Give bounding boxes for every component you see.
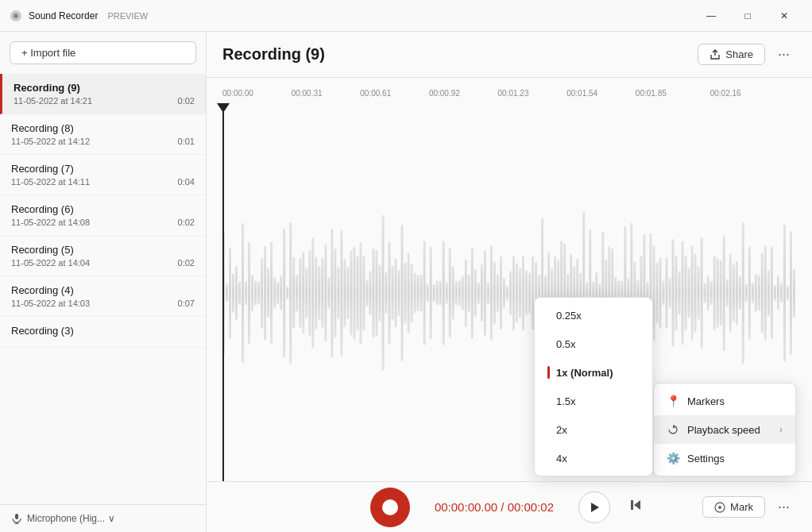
recording-item-0[interactable]: Recording (9) 11-05-2022 at 14:21 0:02: [0, 74, 206, 114]
svg-rect-16: [257, 282, 260, 305]
playback-speed-label: Playback speed: [687, 424, 771, 436]
svg-rect-175: [764, 245, 767, 340]
speed-2x[interactable]: 2x: [535, 415, 652, 444]
svg-rect-79: [458, 280, 461, 306]
recording-item-1[interactable]: Recording (8) 11-05-2022 at 14:12 0:01: [0, 114, 206, 155]
recording-duration-2: 0:04: [178, 177, 195, 187]
speed-1x[interactable]: 1x (Normal): [535, 358, 652, 387]
svg-rect-98: [519, 268, 521, 318]
svg-rect-150: [685, 256, 687, 330]
svg-rect-23: [280, 276, 282, 310]
speed-0.5x[interactable]: 0.5x: [535, 330, 652, 358]
svg-rect-46: [353, 247, 355, 340]
svg-point-1: [14, 13, 18, 18]
recording-item-6[interactable]: Recording (3): [0, 317, 206, 348]
svg-rect-72: [436, 280, 439, 305]
svg-rect-2: [15, 514, 18, 519]
recording-meta-5: 11-05-2022 at 14:03 0:07: [11, 299, 195, 308]
context-playback-speed[interactable]: Playback speed ›: [654, 415, 795, 444]
svg-rect-73: [439, 281, 442, 306]
svg-rect-6: [226, 284, 228, 302]
recording-name-2: Recording (7): [11, 163, 195, 175]
share-label: Share: [725, 48, 753, 60]
speed-0.25x[interactable]: 0.25x: [535, 301, 652, 330]
svg-rect-53: [376, 250, 378, 336]
svg-rect-57: [389, 241, 391, 345]
svg-rect-41: [337, 267, 339, 319]
play-button[interactable]: [578, 492, 610, 523]
context-markers[interactable]: 📍 Markers: [654, 387, 795, 415]
recording-name-4: Recording (5): [11, 244, 195, 256]
import-file-button[interactable]: + Import file: [10, 41, 196, 64]
mark-button[interactable]: Mark: [702, 496, 765, 518]
speed-1.5x[interactable]: 1.5x: [535, 387, 652, 415]
svg-rect-11: [242, 223, 244, 364]
content-more-button[interactable]: ···: [771, 43, 796, 66]
share-icon: [710, 49, 721, 60]
context-settings[interactable]: ⚙️ Settings: [654, 444, 795, 472]
share-button[interactable]: Share: [698, 44, 765, 65]
svg-rect-155: [701, 237, 703, 349]
svg-rect-173: [758, 276, 760, 310]
svg-rect-177: [771, 247, 773, 340]
maximize-button[interactable]: □: [729, 3, 766, 29]
title-bar-left: Sound Recorder PREVIEW: [10, 10, 693, 22]
svg-rect-91: [497, 274, 499, 312]
mark-label: Mark: [730, 501, 753, 513]
record-button[interactable]: [370, 488, 410, 527]
recording-meta-0: 11-05-2022 at 14:21 0:02: [14, 96, 195, 106]
svg-rect-68: [423, 241, 426, 345]
recording-item-3[interactable]: Recording (6) 11-05-2022 at 14:08 0:02: [0, 195, 206, 236]
svg-rect-15: [254, 281, 257, 305]
app-name: Sound Recorder: [29, 10, 98, 21]
svg-rect-67: [420, 275, 423, 311]
svg-rect-70: [430, 247, 432, 339]
svg-rect-35: [318, 266, 320, 320]
recording-title: Recording (9): [222, 45, 698, 64]
speed-label-0.25x: 0.25x: [556, 310, 582, 322]
svg-rect-18: [264, 246, 266, 340]
speed-submenu: 0.25x 0.5x 1x (Normal) 1.5x 2x 4x: [534, 297, 653, 476]
speed-4x[interactable]: 4x: [535, 444, 652, 472]
svg-rect-13: [248, 242, 250, 344]
recording-name-1: Recording (8): [11, 122, 195, 134]
svg-rect-157: [707, 276, 710, 310]
svg-rect-184: [793, 268, 795, 317]
svg-rect-85: [478, 282, 480, 303]
minimize-button[interactable]: —: [693, 3, 729, 29]
recording-item-4[interactable]: Recording (5) 11-05-2022 at 14:04 0:02: [0, 236, 206, 276]
svg-rect-161: [720, 260, 722, 326]
svg-rect-165: [733, 264, 735, 321]
svg-rect-17: [261, 258, 263, 328]
svg-rect-33: [311, 238, 314, 349]
speed-indicator-2x: [547, 423, 550, 436]
svg-rect-47: [356, 256, 358, 330]
svg-rect-48: [359, 242, 362, 343]
svg-rect-44: [346, 267, 349, 318]
svg-rect-78: [455, 281, 458, 305]
recording-name-3: Recording (6): [11, 203, 195, 215]
svg-rect-82: [468, 274, 470, 311]
app-preview-badge: PREVIEW: [107, 11, 148, 21]
bottom-more-button[interactable]: ···: [771, 495, 796, 519]
timeline-label-7: 00:02.16: [710, 89, 741, 98]
svg-rect-12: [245, 281, 247, 305]
microphone-selector[interactable]: Microphone (Hig... ∨: [27, 513, 115, 524]
svg-rect-51: [369, 271, 372, 315]
svg-rect-172: [755, 274, 757, 311]
recording-meta-2: 11-05-2022 at 14:11 0:04: [11, 177, 195, 187]
svg-rect-22: [276, 282, 279, 304]
svg-rect-99: [522, 256, 524, 330]
svg-rect-10: [238, 281, 241, 304]
svg-rect-143: [663, 281, 665, 305]
timeline-label-2: 00:00.61: [360, 89, 391, 98]
window-controls: — □ ✕: [693, 3, 802, 29]
markers-label: Markers: [687, 395, 783, 407]
svg-rect-178: [774, 285, 776, 301]
svg-rect-174: [761, 253, 764, 333]
recording-item-5[interactable]: Recording (4) 11-05-2022 at 14:03 0:07: [0, 276, 206, 317]
recording-item-2[interactable]: Recording (7) 11-05-2022 at 14:11 0:04: [0, 155, 206, 195]
close-button[interactable]: ✕: [766, 3, 802, 29]
skip-back-button[interactable]: [623, 492, 648, 522]
svg-rect-40: [334, 249, 336, 337]
